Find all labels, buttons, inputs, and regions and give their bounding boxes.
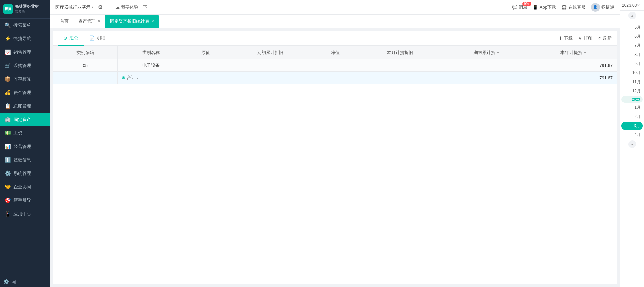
month-item[interactable]: 6月: [620, 32, 644, 41]
sidebar-logo: 畅捷 畅捷通好业财 普及版: [0, 0, 50, 19]
month-item[interactable]: 10月: [620, 68, 644, 77]
detail-sub-icon: 📄: [89, 35, 95, 41]
tab-asset-mgmt[interactable]: 资产管理✕: [73, 15, 105, 28]
notifications-badge: 99+: [522, 2, 531, 6]
enterprise-icon: 🤝: [5, 184, 11, 190]
funds-icon: 💰: [5, 90, 11, 96]
sidebar-label-app-center: 应用中心: [13, 211, 31, 217]
tab-home[interactable]: 首页: [55, 15, 73, 28]
total-cell: [357, 72, 443, 84]
sidebar-label-purchase: 采购管理: [13, 63, 31, 69]
notifications-icon: 💬: [512, 5, 517, 10]
download-btn[interactable]: ⬇ 下载: [559, 35, 573, 41]
sidebar-item-inventory[interactable]: 📦库存核算: [0, 72, 50, 86]
tab-label-home: 首页: [60, 18, 69, 24]
notifications-btn[interactable]: 💬 消息 99+: [512, 4, 527, 10]
sidebar-item-payroll[interactable]: 💵工资: [0, 126, 50, 140]
header-divider: [109, 4, 109, 11]
sidebar-item-search[interactable]: 🔍搜索菜单: [0, 19, 50, 32]
sidebar-item-system[interactable]: ⚙️系统管理: [0, 167, 50, 180]
month-nav-down[interactable]: ▼: [628, 140, 636, 148]
table-cell: 电子设备: [118, 59, 184, 72]
sub-tab-bar: ⊙汇总📄明细 ⬇ 下载 🖨 打印 ↻ 刷新: [53, 31, 617, 46]
month-item[interactable]: 5月: [620, 23, 644, 32]
experience-btn[interactable]: ☁ 我要体验一下: [115, 4, 147, 10]
sidebar-label-payroll: 工资: [13, 130, 22, 136]
tab-close-asset-mgmt[interactable]: ✕: [98, 19, 100, 23]
app-download-btn[interactable]: 📱 App下载: [533, 4, 556, 10]
inventory-icon: 📦: [5, 76, 11, 82]
sidebar-collapse-icon[interactable]: ◀: [12, 279, 16, 284]
payroll-icon: 💵: [5, 130, 11, 136]
month-item-2[interactable]: 2月: [620, 112, 644, 121]
col-header: 净值: [314, 46, 357, 59]
sidebar-label-operations: 经营管理: [13, 144, 31, 150]
summary-sub-icon: ⊙: [63, 35, 67, 41]
sidebar-item-ledger[interactable]: 📋总账管理: [0, 99, 50, 113]
sidebar-item-guide[interactable]: 🎯新手引导: [0, 194, 50, 207]
customer-service-btn[interactable]: 🎧 在线客服: [561, 4, 586, 10]
month-item-4[interactable]: 4月: [620, 130, 644, 139]
sidebar-item-fixed-assets[interactable]: 🏢固定资产: [0, 113, 50, 126]
sidebar: 畅捷 畅捷通好业财 普及版 🔍搜索菜单⚡快捷导航📈销售管理🛒采购管理📦库存核算💰…: [0, 0, 50, 287]
search-icon: 🔍: [5, 22, 11, 28]
total-cell: [314, 72, 357, 84]
total-cell: [184, 72, 227, 84]
print-btn[interactable]: 🖨 打印: [578, 35, 592, 41]
month-item-3[interactable]: 3月: [621, 122, 643, 130]
date-panel: 2023.03 ✕ ⛶ ▲5月6月7月8月9月10月11月12月20231月2月…: [620, 0, 644, 287]
logo-title: 畅捷通好业财: [15, 4, 39, 9]
month-item[interactable]: 11月: [620, 77, 644, 87]
sidebar-item-enterprise[interactable]: 🤝企业协同: [0, 180, 50, 194]
sub-tab-label-detail: 明细: [97, 35, 105, 41]
expand-panel-icon[interactable]: ⛶: [642, 3, 644, 8]
month-item-1[interactable]: 1月: [620, 103, 644, 112]
download-label: 下载: [564, 35, 573, 41]
sidebar-item-purchase[interactable]: 🛒采购管理: [0, 59, 50, 72]
sidebar-settings-icon[interactable]: ⚙️: [3, 279, 9, 284]
user-menu-btn[interactable]: 👤 畅捷通: [591, 3, 614, 12]
fixed-assets-icon: 🏢: [5, 117, 11, 123]
tab-close-depreciation[interactable]: ✕: [151, 19, 154, 23]
tab-depreciation[interactable]: 固定资产折旧统计表✕: [105, 15, 159, 28]
sidebar-label-search: 搜索菜单: [13, 22, 31, 28]
sub-tab-label-summary: 汇总: [69, 35, 78, 41]
sidebar-label-basic-info: 基础信息: [13, 157, 31, 163]
sidebar-item-operations[interactable]: 📊经营管理: [0, 140, 50, 153]
close-panel-icon[interactable]: ✕: [637, 3, 640, 8]
sidebar-item-basic-info[interactable]: ℹ️基础信息: [0, 153, 50, 167]
col-header: 期末累计折旧: [443, 46, 530, 59]
download-icon: ⬇: [559, 36, 562, 41]
year-tag-2023[interactable]: 2023: [621, 96, 643, 103]
sidebar-item-sales[interactable]: 📈销售管理: [0, 45, 50, 59]
sidebar-item-funds[interactable]: 💰资金管理: [0, 86, 50, 99]
tab-label-asset-mgmt: 资产管理: [78, 18, 96, 24]
total-cell: ⊕合计：: [118, 72, 184, 84]
total-cell: 791.67: [530, 72, 617, 84]
month-item[interactable]: 8月: [620, 50, 644, 59]
sidebar-item-quick-nav[interactable]: ⚡快捷导航: [0, 32, 50, 45]
app-download-icon: 📱: [533, 5, 538, 10]
month-item[interactable]: 7月: [620, 41, 644, 50]
month-item[interactable]: 9月: [620, 59, 644, 68]
sidebar-label-inventory: 库存核算: [13, 76, 31, 82]
customer-service-icon: 🎧: [561, 5, 567, 10]
basic-info-icon: ℹ️: [5, 157, 11, 163]
month-nav-up[interactable]: ▲: [628, 12, 636, 19]
refresh-btn[interactable]: ↻ 刷新: [598, 35, 612, 41]
table-cell: 05: [53, 59, 118, 72]
system-icon: ⚙️: [5, 170, 11, 177]
table-header-row: 类别编码类别名称原值期初累计折旧净值本月计提折旧期末累计折旧本年计提折旧: [53, 46, 617, 59]
month-item[interactable]: 12月: [620, 87, 644, 96]
header-settings-icon[interactable]: ⚙: [98, 4, 103, 10]
sidebar-item-app-center[interactable]: 📱应用中心: [0, 207, 50, 221]
purchase-icon: 🛒: [5, 63, 11, 69]
refresh-icon: ↻: [598, 36, 602, 41]
table-cell: [184, 59, 227, 72]
month-list: ▲5月6月7月8月9月10月11月12月20231月2月3月4月▼: [620, 11, 644, 287]
logo-version: 普及版: [15, 9, 39, 14]
app-download-label: App下载: [540, 4, 556, 10]
company-selector[interactable]: 医疗器械行业演示 ▾: [55, 4, 93, 10]
sub-tab-detail[interactable]: 📄明细: [84, 31, 111, 46]
sub-tab-summary[interactable]: ⊙汇总: [58, 31, 84, 46]
